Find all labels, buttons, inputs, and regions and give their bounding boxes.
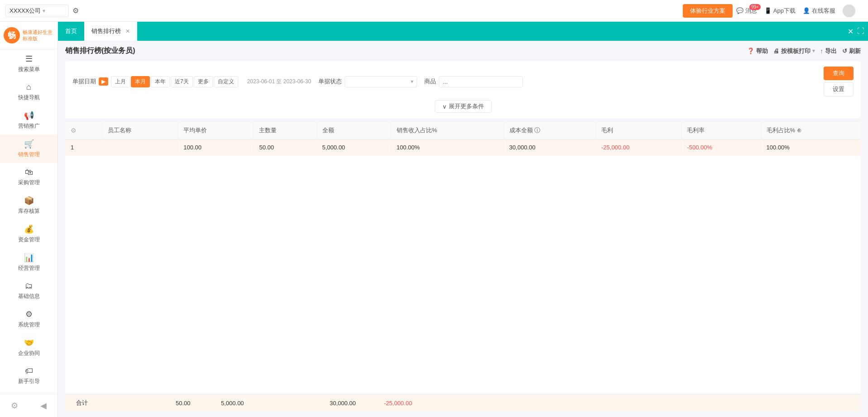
- app-download-button[interactable]: 📱 App下载: [764, 7, 796, 15]
- footer-gross: -25,000.00: [379, 400, 433, 407]
- message-button[interactable]: 💬 消息 99+: [736, 7, 757, 15]
- trial-button[interactable]: 体验行业方案: [683, 4, 733, 18]
- th-name: 员工名称: [102, 122, 177, 139]
- footer-quantity: 50.00: [170, 400, 216, 407]
- query-button[interactable]: 查询: [824, 67, 854, 80]
- tab-bar-close-icon[interactable]: ✕: [848, 27, 854, 36]
- status-filter: 单据状态: [318, 76, 417, 87]
- table-settings-icon[interactable]: ⚙: [71, 127, 77, 134]
- search-orders-icon: ☰: [25, 54, 33, 64]
- sidebar-item-label: 快捷导航: [18, 94, 40, 101]
- date-btn-last-month[interactable]: 上月: [111, 76, 130, 87]
- sidebar-item-label: 库存核算: [18, 207, 40, 215]
- sidebar-item-search-orders[interactable]: ☰ 搜索菜单: [0, 49, 58, 78]
- page-content: 销售排行榜(按业务员) ❓ 帮助 🖨 按模板打印 ▾ ↑ 导出: [58, 41, 868, 417]
- sidebar-item-system[interactable]: ⚙ 系统管理: [0, 305, 58, 333]
- print-button[interactable]: 🖨 按模板打印 ▾: [773, 47, 815, 55]
- top-right: 💬 消息 99+ 📱 App下载 👤 在线客服: [736, 5, 863, 17]
- cell-rank: 1: [65, 139, 102, 156]
- th-gross-pct: 毛利占比% ⊕: [761, 122, 861, 139]
- refresh-button[interactable]: ↺ 刷新: [842, 47, 861, 55]
- base-info-icon: 🗂: [25, 281, 33, 291]
- date-btn-this-year[interactable]: 本年: [151, 76, 170, 87]
- sidebar-item-cooperation[interactable]: 🤝 企业协同: [0, 333, 58, 362]
- sidebar-item-purchase[interactable]: 🛍 采购管理: [0, 163, 58, 191]
- message-icon: 💬: [736, 7, 743, 14]
- page-title-actions: ❓ 帮助 🖨 按模板打印 ▾ ↑ 导出 ↺ 刷新: [747, 47, 861, 55]
- sidebar-item-quick-nav[interactable]: ⌂ 快捷导航: [0, 78, 58, 106]
- settings-button[interactable]: 设置: [824, 82, 854, 96]
- tab-sales-ranking[interactable]: 销售排行榜 ✕: [84, 22, 137, 41]
- tab-sales-ranking-label: 销售排行榜: [91, 27, 121, 35]
- export-label: 导出: [825, 47, 837, 55]
- filter-row-2: ∨ 展开更多条件: [72, 100, 854, 113]
- th-quantity: 主数量: [254, 122, 317, 139]
- company-selector[interactable]: XXXXX公司 ▾: [5, 5, 69, 17]
- refresh-label: 刷新: [849, 47, 861, 55]
- date-btn-custom[interactable]: 自定义: [214, 76, 238, 87]
- ranking-table: ⚙ 员工名称 平均单价 主数量 全额 销售收入占比% 成本全额 ⓘ 毛利 毛利率…: [65, 122, 861, 156]
- date-btn-this-month[interactable]: 本月: [131, 76, 150, 87]
- status-select[interactable]: [345, 76, 417, 87]
- sidebar-item-apps[interactable]: 📱 应用中心: [0, 390, 58, 394]
- footer-amount: 5,000.00: [216, 400, 270, 407]
- sidebar-item-label: 营销推广: [18, 122, 40, 130]
- cell-cost: 30,000.00: [504, 139, 595, 156]
- date-btn-more[interactable]: 更多: [194, 76, 213, 87]
- inventory-icon: 📦: [24, 196, 34, 206]
- goods-input[interactable]: [439, 76, 523, 87]
- expand-label: 展开更多条件: [449, 102, 484, 110]
- sidebar-item-finance[interactable]: 💰 资金管理: [0, 220, 58, 248]
- tab-close-icon[interactable]: ✕: [125, 28, 130, 34]
- expand-icon: ∨: [442, 103, 447, 110]
- settings-gear-icon[interactable]: ⚙: [72, 6, 79, 15]
- sidebar-collapse-icon[interactable]: ◀: [38, 398, 49, 413]
- th-amount: 全额: [317, 122, 391, 139]
- print-icon: 🖨: [773, 48, 779, 54]
- sidebar: 畅 畅康通好生意 标准版 ☰ 搜索菜单 ⌂ 快捷导航 📢 营销推广 🛒 销售: [0, 22, 58, 417]
- svg-text:畅: 畅: [8, 31, 16, 40]
- filter-bar: 单据日期 ▶ 上月 本月 本年 近7天 更多 自定义 2023-06-01 至 …: [65, 61, 861, 118]
- sidebar-item-marketing[interactable]: 📢 营销推广: [0, 106, 58, 134]
- th-avg-price: 平均单价: [178, 122, 254, 139]
- table-footer: 合计 50.00 5,000.00 30,000.00 -25,000.00: [65, 394, 861, 412]
- help-button[interactable]: ❓ 帮助: [747, 47, 768, 55]
- online-service-button[interactable]: 👤 在线客服: [803, 7, 835, 15]
- sidebar-logo: 畅 畅康通好生意 标准版: [0, 22, 58, 49]
- cell-gross-rate: -500.00%: [681, 139, 761, 156]
- status-filter-label: 单据状态: [318, 77, 342, 86]
- date-toggle-arrow[interactable]: ▶: [99, 77, 108, 86]
- tab-home-label: 首页: [65, 27, 77, 35]
- date-btn-last-7-days[interactable]: 近7天: [171, 76, 193, 87]
- main-layout: 畅 畅康通好生意 标准版 ☰ 搜索菜单 ⌂ 快捷导航 📢 营销推广 🛒 销售: [0, 22, 868, 417]
- sidebar-item-inventory[interactable]: 📦 库存核算: [0, 191, 58, 220]
- sidebar-item-sales[interactable]: 🛒 销售管理: [0, 134, 58, 163]
- cooperation-icon: 🤝: [24, 338, 34, 348]
- sidebar-item-operations[interactable]: 📊 经营管理: [0, 248, 58, 277]
- expand-conditions-button[interactable]: ∨ 展开更多条件: [435, 100, 492, 113]
- logo-svg: 畅: [4, 27, 20, 43]
- th-cost: 成本全额 ⓘ: [504, 122, 595, 139]
- sidebar-item-base-info[interactable]: 🗂 基础信息: [0, 277, 58, 305]
- sidebar-item-label: 系统管理: [18, 321, 40, 329]
- tab-home[interactable]: 首页: [58, 22, 84, 41]
- sidebar-item-label: 企业协同: [18, 350, 40, 357]
- tab-bar-expand-icon[interactable]: ⛶: [857, 27, 864, 35]
- app-download-label: App下载: [773, 7, 796, 15]
- th-gross-rate: 毛利率: [681, 122, 761, 139]
- avatar[interactable]: [843, 5, 855, 17]
- operations-icon: 📊: [24, 253, 34, 263]
- status-select-wrapper: [345, 76, 417, 87]
- sidebar-bottom: ⚙ ◀: [0, 394, 58, 417]
- system-icon: ⚙: [25, 309, 33, 319]
- top-bar: XXXXX公司 ▾ ⚙ 体验行业方案 💬 消息 99+ 📱 App下载 👤 在线…: [0, 0, 868, 22]
- sidebar-item-guide[interactable]: 🏷 新手引导: [0, 362, 58, 390]
- page-title-text: 销售排行榜(按业务员): [65, 46, 135, 56]
- table-header-row: ⚙ 员工名称 平均单价 主数量 全额 销售收入占比% 成本全额 ⓘ 毛利 毛利率…: [65, 122, 861, 139]
- logo-title: 畅康通好生意: [23, 29, 53, 35]
- sidebar-settings-icon[interactable]: ⚙: [8, 398, 21, 413]
- cell-quantity: 50.00: [254, 139, 317, 156]
- export-button[interactable]: ↑ 导出: [820, 47, 837, 55]
- date-range-display: 2023-06-01 至 2023-06-30: [247, 78, 311, 86]
- table-container: ⚙ 员工名称 平均单价 主数量 全额 销售收入占比% 成本全额 ⓘ 毛利 毛利率…: [65, 122, 861, 394]
